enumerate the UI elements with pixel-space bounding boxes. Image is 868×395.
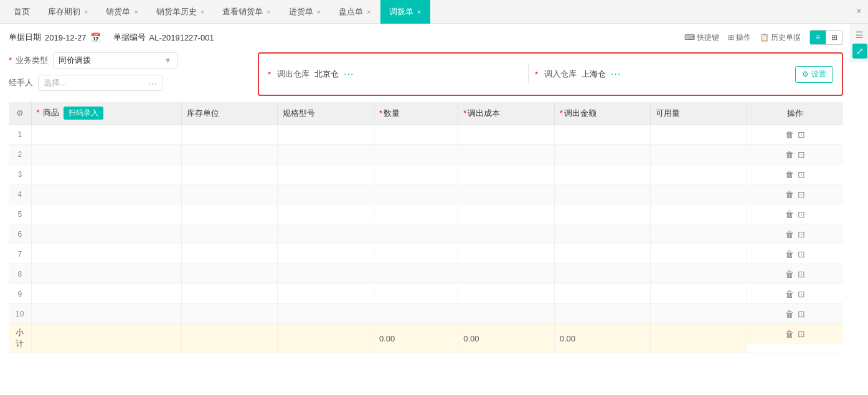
row-spec-cell[interactable] [278, 244, 374, 264]
row-unit-cell[interactable] [181, 145, 278, 164]
list-view-button[interactable]: ≡ [810, 31, 826, 44]
row-amount-cell[interactable] [554, 125, 651, 145]
row-cost-cell[interactable] [458, 184, 555, 204]
row-delete-icon[interactable]: 🗑 [785, 209, 794, 219]
row-spec-cell[interactable] [278, 145, 374, 164]
row-product-cell[interactable] [31, 184, 181, 204]
tab-close-sales-order[interactable]: × [134, 8, 138, 16]
row-copy-icon[interactable]: ⊡ [798, 130, 805, 140]
sidebar-expand-icon[interactable]: ⤢ [852, 44, 867, 59]
operation-button[interactable]: ⊞ 操作 [728, 32, 751, 43]
row-qty-cell[interactable] [374, 304, 458, 324]
row-unit-cell[interactable] [181, 244, 278, 264]
row-product-cell[interactable] [31, 145, 181, 164]
row-delete-icon[interactable]: 🗑 [785, 309, 794, 319]
row-unit-cell[interactable] [181, 304, 278, 324]
row-qty-cell[interactable] [374, 125, 458, 145]
tab-home[interactable]: 首页 [5, 0, 39, 24]
handler-more-icon[interactable]: ··· [148, 79, 157, 88]
row-delete-icon[interactable]: 🗑 [785, 329, 794, 339]
sidebar-list-icon[interactable]: ☰ [852, 27, 867, 42]
row-unit-cell[interactable] [181, 184, 278, 204]
row-amount-cell[interactable] [554, 284, 651, 304]
tab-close-inventory-init[interactable]: × [84, 8, 88, 16]
row-product-cell[interactable] [31, 164, 181, 184]
tab-inventory-check[interactable]: 盘点单 × [330, 0, 380, 24]
row-copy-icon[interactable]: ⊡ [798, 189, 805, 199]
row-product-cell[interactable] [31, 264, 181, 284]
tab-inventory-init[interactable]: 库存期初 × [39, 0, 97, 24]
tab-close-inventory-check[interactable]: × [367, 8, 370, 16]
row-delete-icon[interactable]: 🗑 [785, 150, 794, 159]
row-unit-cell[interactable] [181, 224, 278, 244]
tab-sales-history[interactable]: 销货单历史 × [148, 0, 214, 24]
row-amount-cell[interactable] [554, 164, 651, 184]
row-copy-icon[interactable]: ⊡ [798, 249, 805, 259]
row-delete-icon[interactable]: 🗑 [785, 249, 794, 259]
row-qty-cell[interactable] [374, 145, 458, 164]
row-spec-cell[interactable] [278, 264, 374, 284]
row-delete-icon[interactable]: 🗑 [785, 189, 794, 199]
row-spec-cell[interactable] [278, 125, 374, 145]
tab-close-transfer[interactable]: × [417, 8, 421, 16]
table-gear-icon[interactable]: ⚙ [16, 108, 24, 118]
row-amount-cell[interactable] [554, 244, 651, 264]
shortcut-button[interactable]: ⌨ 快捷键 [684, 32, 719, 43]
row-delete-icon[interactable]: 🗑 [785, 169, 794, 179]
row-product-cell[interactable] [31, 204, 181, 224]
tab-close-sales-history[interactable]: × [200, 8, 204, 16]
tab-close-purchase-order[interactable]: × [317, 8, 321, 16]
row-product-cell[interactable] [31, 244, 181, 264]
row-unit-cell[interactable] [181, 264, 278, 284]
row-cost-cell[interactable] [458, 304, 555, 324]
row-product-cell[interactable] [31, 125, 181, 145]
row-copy-icon[interactable]: ⊡ [798, 209, 805, 219]
row-copy-icon[interactable]: ⊡ [798, 289, 805, 299]
row-qty-cell[interactable] [374, 284, 458, 304]
row-copy-icon[interactable]: ⊡ [798, 329, 805, 339]
handler-select[interactable]: 选择... ··· [38, 75, 163, 91]
window-close-button[interactable]: × [856, 6, 862, 17]
in-warehouse-dots[interactable]: ··· [611, 69, 621, 80]
grid-view-button[interactable]: ⊞ [826, 31, 842, 44]
row-cost-cell[interactable] [458, 125, 555, 145]
row-amount-cell[interactable] [554, 204, 651, 224]
row-copy-icon[interactable]: ⊡ [798, 269, 805, 279]
tab-close-view-sales[interactable]: × [267, 8, 270, 16]
row-amount-cell[interactable] [554, 184, 651, 204]
row-unit-cell[interactable] [181, 125, 278, 145]
row-unit-cell[interactable] [181, 204, 278, 224]
row-product-cell[interactable] [31, 304, 181, 324]
history-button[interactable]: 📋 历史单据 [760, 32, 801, 43]
row-spec-cell[interactable] [278, 284, 374, 304]
tab-transfer[interactable]: 调拨单 × [380, 0, 430, 24]
row-cost-cell[interactable] [458, 145, 555, 164]
row-delete-icon[interactable]: 🗑 [785, 289, 794, 299]
row-qty-cell[interactable] [374, 164, 458, 184]
row-qty-cell[interactable] [374, 264, 458, 284]
tab-view-sales[interactable]: 查看销货单 × [214, 0, 280, 24]
table-header-gear[interactable]: ⚙ [9, 102, 31, 125]
row-cost-cell[interactable] [458, 244, 555, 264]
scan-button[interactable]: 扫码录入 [64, 107, 103, 120]
row-cost-cell[interactable] [458, 204, 555, 224]
tab-purchase-order[interactable]: 进货单 × [280, 0, 330, 24]
row-spec-cell[interactable] [278, 204, 374, 224]
tab-sales-order[interactable]: 销货单 × [97, 0, 147, 24]
row-unit-cell[interactable] [181, 284, 278, 304]
row-delete-icon[interactable]: 🗑 [785, 269, 794, 279]
row-cost-cell[interactable] [458, 284, 555, 304]
out-warehouse-dots[interactable]: ··· [344, 69, 354, 80]
row-spec-cell[interactable] [278, 304, 374, 324]
row-qty-cell[interactable] [374, 244, 458, 264]
row-qty-cell[interactable] [374, 204, 458, 224]
row-cost-cell[interactable] [458, 264, 555, 284]
row-spec-cell[interactable] [278, 164, 374, 184]
row-product-cell[interactable] [31, 224, 181, 244]
row-delete-icon[interactable]: 🗑 [785, 130, 794, 140]
row-copy-icon[interactable]: ⊡ [798, 309, 805, 319]
business-type-select[interactable]: 同价调拨 ▼ [53, 52, 177, 69]
settings-button[interactable]: ⚙ 设置 [795, 66, 833, 83]
row-copy-icon[interactable]: ⊡ [798, 169, 805, 179]
row-copy-icon[interactable]: ⊡ [798, 150, 805, 159]
